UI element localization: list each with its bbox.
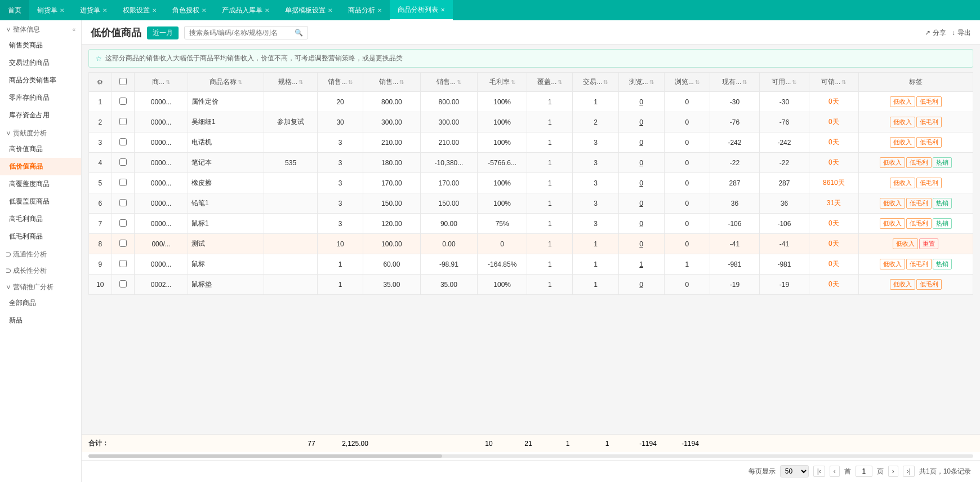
col-header-sellable[interactable]: 可销...⇅ (809, 73, 858, 92)
sidebar-item-low-coverage[interactable]: 低覆盖度商品 (0, 193, 81, 210)
last-page-btn[interactable]: ›| (903, 466, 915, 477)
row-select[interactable] (119, 118, 127, 125)
nav-permissions-close[interactable]: ✕ (152, 7, 157, 14)
col-header-cost[interactable]: 销售...⇅ (420, 73, 478, 92)
view1-link[interactable]: 0 (639, 220, 643, 228)
nav-template-close[interactable]: ✕ (328, 7, 332, 14)
sidebar-group-marketing[interactable]: ∨ 营销推广分析 (0, 278, 81, 294)
nav-home[interactable]: 首页 (0, 0, 29, 20)
table-container[interactable]: ⚙ 商...⇅ 商品名称⇅ 规格...⇅ (82, 72, 980, 434)
row-view1[interactable]: 0 (618, 193, 664, 214)
nav-sales[interactable]: 销货单 ✕ (29, 0, 72, 20)
first-page-btn[interactable]: |‹ (813, 466, 825, 477)
row-checkbox[interactable] (112, 275, 135, 295)
row-checkbox[interactable] (112, 92, 135, 112)
nav-analysis-list[interactable]: 商品分析列表 ✕ (390, 0, 453, 20)
nav-purchase-close[interactable]: ✕ (103, 7, 107, 14)
nav-roles[interactable]: 角色授权 ✕ (164, 0, 214, 20)
view1-link[interactable]: 0 (639, 159, 643, 167)
col-header-qty[interactable]: 销售...⇅ (318, 73, 363, 92)
row-view1[interactable]: 1 (618, 254, 664, 275)
sidebar-item-traded-goods[interactable]: 交易过的商品 (0, 54, 81, 72)
view1-link[interactable]: 1 (639, 260, 643, 268)
view1-link[interactable]: 0 (639, 281, 643, 289)
prev-page-btn[interactable]: ‹ (830, 466, 840, 477)
col-header-amt[interactable]: 销售...⇅ (363, 73, 421, 92)
row-view1[interactable]: 0 (618, 92, 664, 112)
col-checkbox-header[interactable] (112, 73, 135, 92)
horizontal-scrollbar[interactable] (88, 454, 973, 458)
share-button[interactable]: ↗ 分享 (925, 28, 946, 38)
settings-icon[interactable]: ⚙ (97, 78, 103, 86)
view1-link[interactable]: 0 (639, 200, 643, 207)
row-view1[interactable]: 0 (618, 112, 664, 132)
scrollbar-thumb[interactable] (88, 454, 442, 458)
row-checkbox[interactable] (112, 234, 135, 254)
col-header-avail[interactable]: 可用...⇅ (759, 73, 809, 92)
nav-analysis-close[interactable]: ✕ (377, 7, 382, 14)
search-input[interactable] (189, 29, 292, 37)
row-select[interactable] (119, 219, 127, 227)
view1-link[interactable]: 0 (639, 118, 643, 126)
nav-analysis-list-close[interactable]: ✕ (440, 7, 445, 13)
col-header-trade[interactable]: 交易...⇅ (573, 73, 618, 92)
row-select[interactable] (119, 138, 127, 145)
sidebar-item-capital[interactable]: 库存资金占用 (0, 107, 81, 124)
row-view1[interactable]: 0 (618, 132, 664, 153)
nav-sales-close[interactable]: ✕ (60, 7, 64, 14)
row-checkbox[interactable] (112, 214, 135, 234)
view1-link[interactable]: 0 (639, 139, 643, 147)
col-header-margin[interactable]: 毛利率⇅ (478, 73, 527, 92)
row-select[interactable] (119, 179, 127, 186)
nav-analysis[interactable]: 商品分析 ✕ (340, 0, 390, 20)
sidebar-item-low-margin[interactable]: 低毛利商品 (0, 228, 81, 245)
col-header-view1[interactable]: 浏览...⇅ (618, 73, 664, 92)
nav-permissions[interactable]: 权限设置 ✕ (115, 0, 164, 20)
nav-roles-close[interactable]: ✕ (202, 7, 206, 14)
view1-link[interactable]: 0 (639, 179, 643, 187)
nav-inventory[interactable]: 产成品入库单 ✕ (214, 0, 277, 20)
select-all-checkbox[interactable] (119, 78, 127, 85)
row-view1[interactable]: 0 (618, 275, 664, 295)
sidebar-group-growth[interactable]: ⊃ 成长性分析 (0, 262, 81, 278)
sidebar-item-sales-goods[interactable]: 销售类商品 (0, 37, 81, 54)
nav-inventory-close[interactable]: ✕ (265, 7, 269, 14)
sidebar-item-new-goods[interactable]: 新品 (0, 312, 81, 329)
export-button[interactable]: ↓ 导出 (952, 28, 971, 38)
sidebar-group-contribution[interactable]: ∨ 贡献度分析 (0, 124, 81, 140)
row-checkbox[interactable] (112, 132, 135, 153)
per-page-select[interactable]: 50 20 100 (780, 465, 809, 477)
col-header-spec[interactable]: 规格...⇅ (264, 73, 318, 92)
row-view1[interactable]: 0 (618, 153, 664, 173)
col-header-stock[interactable]: 现有...⇅ (710, 73, 759, 92)
row-select[interactable] (119, 260, 127, 267)
filter-button[interactable]: 近一月 (147, 26, 179, 39)
row-checkbox[interactable] (112, 173, 135, 193)
row-checkbox[interactable] (112, 153, 135, 173)
row-select[interactable] (119, 280, 127, 288)
sidebar-group-overall[interactable]: ∨ 整体信息 « (0, 20, 81, 37)
sidebar-item-all-goods[interactable]: 全部商品 (0, 294, 81, 312)
view1-link[interactable]: 0 (639, 98, 643, 106)
sidebar-item-high-value[interactable]: 高价值商品 (0, 140, 81, 158)
col-header-cover[interactable]: 覆盖...⇅ (527, 73, 573, 92)
col-header-code[interactable]: 商...⇅ (135, 73, 188, 92)
sidebar-item-high-coverage[interactable]: 高覆盖度商品 (0, 175, 81, 193)
next-page-btn[interactable]: › (888, 466, 898, 477)
sidebar-item-category-rate[interactable]: 商品分类销售率 (0, 72, 81, 89)
nav-template[interactable]: 单据模板设置 ✕ (277, 0, 340, 20)
col-settings[interactable]: ⚙ (89, 73, 112, 92)
sidebar-item-high-margin[interactable]: 高毛利商品 (0, 210, 81, 228)
sidebar-item-low-value[interactable]: 低价值商品 (0, 158, 81, 175)
col-header-view2[interactable]: 浏览...⇅ (664, 73, 710, 92)
row-view1[interactable]: 0 (618, 173, 664, 193)
row-checkbox[interactable] (112, 193, 135, 214)
row-checkbox[interactable] (112, 254, 135, 275)
row-view1[interactable]: 0 (618, 214, 664, 234)
row-select[interactable] (119, 98, 127, 105)
col-header-name[interactable]: 商品名称⇅ (188, 73, 264, 92)
view1-link[interactable]: 0 (639, 240, 643, 248)
row-select[interactable] (119, 199, 127, 206)
nav-purchase[interactable]: 进货单 ✕ (72, 0, 115, 20)
row-checkbox[interactable] (112, 112, 135, 132)
